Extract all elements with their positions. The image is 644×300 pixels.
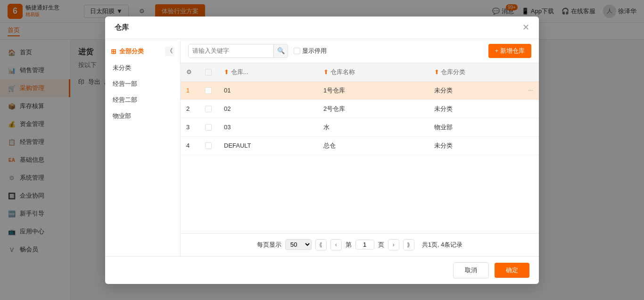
table-row[interactable]: 3 03 水 物业部 <box>181 118 539 136</box>
all-categories-label: 全部分类 <box>119 47 144 56</box>
modal-main-area: 🔍 显示停用 + 新增仓库 ⚙ <box>181 39 539 256</box>
row-name: 水 <box>318 118 428 136</box>
show-disabled-checkbox[interactable] <box>294 48 300 54</box>
collapse-button[interactable]: 《 <box>165 47 174 56</box>
table-header-category: ⬆ 仓库分类 <box>429 63 539 82</box>
table-header-checkbox <box>199 63 218 82</box>
warehouse-table: ⚙ ⬆ 仓库... ⬆ <box>181 63 539 233</box>
table-header-settings: ⚙ <box>181 63 199 82</box>
row-num: 1 <box>181 81 199 100</box>
row-code: 01 <box>218 81 318 100</box>
prev-page-button[interactable]: ‹ <box>330 239 342 250</box>
warehouse-modal: 仓库 ✕ ⊞ 全部分类 《 未分类 经营一部 经营二部 <box>105 17 539 284</box>
row-code: 03 <box>218 118 318 136</box>
show-disabled-option: 显示停用 <box>294 47 327 55</box>
row-name: 1号仓库 <box>318 81 428 100</box>
row-checkbox[interactable] <box>199 118 218 136</box>
search-box: 🔍 <box>188 44 288 58</box>
pagination-bar: 每页显示 102050100 ⟪ ‹ 第 页 › ⟫ 共1页, 4条记录 <box>181 233 539 256</box>
next-page-button[interactable]: › <box>388 239 399 250</box>
row-name: 2号仓库 <box>318 100 428 118</box>
table-row[interactable]: 1 01 1号仓库 未分类··· <box>181 81 539 100</box>
search-input[interactable] <box>189 47 273 54</box>
row-name: 总仓 <box>318 136 428 155</box>
row-category: 未分类··· <box>429 81 539 100</box>
modal-header: 仓库 ✕ <box>105 17 539 39</box>
row-category: 未分类 <box>429 100 539 118</box>
modal-toolbar: 🔍 显示停用 + 新增仓库 <box>181 39 539 63</box>
row-num: 4 <box>181 136 199 155</box>
all-categories-item[interactable]: ⊞ 全部分类 《 <box>105 43 180 60</box>
total-info: 共1页, 4条记录 <box>422 241 463 249</box>
select-all-checkbox[interactable] <box>205 69 212 75</box>
row-checkbox[interactable] <box>199 100 218 118</box>
table-header-code: ⬆ 仓库... <box>218 63 318 82</box>
category-sidebar: ⊞ 全部分类 《 未分类 经营一部 经营二部 物业部 <box>105 39 181 256</box>
sort-icon-name: ⬆ <box>323 68 329 75</box>
last-page-button[interactable]: ⟫ <box>403 239 414 250</box>
first-page-button[interactable]: ⟪ <box>315 239 327 250</box>
row-code: DEFAULT <box>218 136 318 155</box>
table-row[interactable]: 4 DEFAULT 总仓 未分类 <box>181 136 539 155</box>
row-checkbox[interactable] <box>199 81 218 100</box>
sort-icon: ⬆ <box>224 68 229 75</box>
row-num: 3 <box>181 118 199 136</box>
confirm-button[interactable]: 确定 <box>495 263 529 278</box>
row-code: 02 <box>218 100 318 118</box>
per-page-select[interactable]: 102050100 <box>285 239 312 250</box>
modal-footer: 取消 确定 <box>105 256 539 284</box>
modal-overlay: 仓库 ✕ ⊞ 全部分类 《 未分类 经营一部 经营二部 <box>0 0 644 300</box>
grid-icon: ⊞ <box>111 48 116 55</box>
page-unit: 页 <box>378 241 384 249</box>
add-warehouse-button[interactable]: + 新增仓库 <box>488 44 531 58</box>
category-item-2[interactable]: 经营二部 <box>105 92 180 108</box>
table-header-name: ⬆ 仓库名称 <box>318 63 428 82</box>
page-number-input[interactable] <box>355 240 374 250</box>
cancel-button[interactable]: 取消 <box>453 262 489 278</box>
row-category: 未分类 <box>429 136 539 155</box>
show-disabled-label: 显示停用 <box>302 47 327 55</box>
per-page-label: 每页显示 <box>257 241 281 249</box>
page-label: 第 <box>346 241 352 249</box>
table-row[interactable]: 2 02 2号仓库 未分类 <box>181 100 539 118</box>
modal-close-button[interactable]: ✕ <box>522 23 529 32</box>
settings-header-icon: ⚙ <box>186 68 192 75</box>
search-button[interactable]: 🔍 <box>273 44 288 58</box>
row-category: 物业部 <box>429 118 539 136</box>
modal-body: ⊞ 全部分类 《 未分类 经营一部 经营二部 物业部 <box>105 39 539 256</box>
modal-title: 仓库 <box>115 23 129 32</box>
category-item-3[interactable]: 物业部 <box>105 108 180 124</box>
row-num: 2 <box>181 100 199 118</box>
sort-icon-cat: ⬆ <box>434 68 439 75</box>
row-checkbox[interactable] <box>199 136 218 155</box>
category-item-1[interactable]: 经营一部 <box>105 76 180 92</box>
category-item-0[interactable]: 未分类 <box>105 60 180 76</box>
